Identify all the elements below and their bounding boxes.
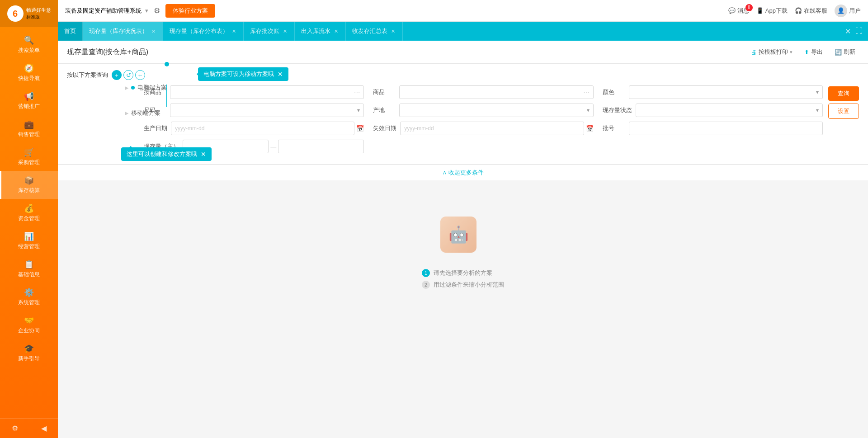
refresh-scheme-button[interactable]: ↺ (123, 70, 133, 80)
filter-icons: + ↺ ← (112, 70, 145, 80)
tab-batch[interactable]: 库存批次账 ✕ (244, 22, 295, 41)
collapse-sidebar-icon[interactable]: ◀ (41, 424, 47, 433)
stock-main-separator: — (270, 143, 276, 150)
user-item[interactable]: 👤 用户 (835, 5, 861, 17)
scheme-tooltip: 电脑方案可设为移动方案哦 ✕ (198, 67, 288, 81)
tab-close-icon[interactable]: ✕ (333, 28, 339, 35)
sidebar-item-label: 基础信息 (18, 271, 40, 278)
sidebar-item-basic[interactable]: 📋 基础信息 (0, 255, 58, 283)
tab-close-icon[interactable]: ✕ (390, 28, 396, 35)
produce-date-calendar-icon[interactable]: 📅 (356, 125, 364, 132)
scheme-tooltip-close[interactable]: ✕ (278, 71, 283, 78)
online-service-item[interactable]: 🎧 在线客服 (795, 7, 827, 15)
export-button[interactable]: ⬆ 导出 (801, 46, 826, 58)
print-button[interactable]: 🖨 按模板打印 ▾ (747, 46, 796, 58)
dots-icon: ··· (583, 88, 589, 96)
size-select[interactable]: ▾ (170, 104, 364, 117)
print-arrow-icon: ▾ (790, 49, 793, 55)
logo-sub: 标准版 (26, 14, 51, 20)
sidebar-item-sales[interactable]: 💼 销售管理 (0, 115, 58, 143)
back-scheme-button[interactable]: ← (135, 70, 145, 80)
filter-cell-stock-status: 现存量状态 ▾ (603, 104, 823, 117)
marketing-icon: 📢 (24, 91, 34, 101)
filter-cell-color: 颜色 ▾ (603, 85, 823, 99)
sidebar-item-label: 系统管理 (18, 299, 40, 306)
color-select[interactable]: ▾ (629, 85, 823, 99)
sidebar-item-label: 企业协同 (18, 327, 40, 334)
tab-flow[interactable]: 出入库流水 ✕ (295, 22, 346, 41)
sidebar-bottom: ⚙ ◀ (0, 418, 58, 438)
color-label: 颜色 (603, 88, 625, 96)
filter-row-1: 按商品 ··· 商品 ··· (144, 85, 823, 99)
sidebar-item-inventory[interactable]: 📦 库存核算 (0, 171, 58, 199)
scheme-item-desktop[interactable]: ▶ 电脑端方案 (121, 82, 170, 94)
tab-label: 现存量（库存状况表） (89, 27, 148, 35)
topbar-gear-icon[interactable]: ⚙ (154, 6, 160, 15)
sidebar-item-finance[interactable]: 💰 资金管理 (0, 199, 58, 227)
industry-plan-button[interactable]: 体验行业方案 (165, 4, 215, 18)
batch-input[interactable] (629, 122, 823, 135)
sidebar-item-label: 库存核算 (18, 187, 40, 194)
sidebar-item-guide[interactable]: 🎓 新手引导 (0, 339, 58, 367)
tab-home[interactable]: 首页 (58, 22, 83, 41)
stock-main-max-input[interactable] (278, 140, 364, 153)
reset-button[interactable]: 设置 (828, 104, 859, 119)
sidebar-item-marketing[interactable]: 📢 营销推广 (0, 87, 58, 115)
tab-close-icon[interactable]: ✕ (151, 28, 156, 35)
sidebar-item-nav[interactable]: 🧭 快捷导航 (0, 59, 58, 87)
tab-label: 现存量（库存分布表） (170, 27, 228, 35)
add-scheme-button[interactable]: + (112, 70, 122, 80)
sidebar-item-enterprise[interactable]: 🤝 企业协同 (0, 311, 58, 339)
sidebar-item-search[interactable]: 🔍 搜索菜单 (0, 31, 58, 59)
message-item[interactable]: 💬 消息 8 (728, 7, 749, 15)
dot-indicator (165, 62, 169, 66)
app-download-item[interactable]: 📱 App下载 (756, 7, 788, 15)
filter-cell-size: 尺码 ▾ (144, 104, 364, 117)
collapse-bar[interactable]: ∧ 收起更多条件 (58, 165, 868, 180)
sidebar-item-purchase[interactable]: 🛒 采购管理 (0, 143, 58, 171)
sidebar-item-system[interactable]: ⚙️ 系统管理 (0, 283, 58, 311)
sidebar-item-label: 资金管理 (18, 215, 40, 222)
scheme-tooltip-text: 电脑方案可设为移动方案哦 (203, 70, 274, 78)
refresh-button[interactable]: 🔄 刷新 (831, 46, 859, 58)
filter-cell-goods: 商品 ··· (373, 85, 593, 99)
sidebar-item-label: 营销推广 (18, 103, 40, 110)
origin-select[interactable]: ▾ (399, 104, 593, 117)
content-area: 现存量查询(按仓库+商品) 🖨 按模板打印 ▾ ⬆ 导出 🔄 刷新 (58, 41, 868, 438)
export-icon: ⬆ (804, 49, 809, 56)
settings-bottom-icon[interactable]: ⚙ (12, 424, 18, 433)
refresh-label: 刷新 (844, 48, 855, 56)
stock-status-arrow-icon: ▾ (816, 107, 819, 113)
topbar-right: 💬 消息 8 📱 App下载 🎧 在线客服 👤 用户 (728, 5, 861, 17)
phone-icon: 📱 (756, 7, 764, 14)
sidebar-nav: 🔍 搜索菜单 🧭 快捷导航 📢 营销推广 💼 销售管理 🛒 采购管理 📦 库存核… (0, 27, 58, 418)
expire-date-input[interactable]: yyyy-mm-dd (400, 122, 584, 135)
expire-date-calendar-icon[interactable]: 📅 (586, 125, 594, 132)
tab-minimize-icon[interactable]: ✕ (845, 27, 851, 36)
produce-date-placeholder: yyyy-mm-dd (175, 125, 204, 132)
produce-date-input[interactable]: yyyy-mm-dd (171, 122, 354, 135)
basic-icon: 📋 (24, 259, 34, 269)
message-badge: 8 (745, 4, 753, 11)
filter-cell-batch: 批号 (603, 122, 823, 135)
tab-inventory-status[interactable]: 现存量（库存状况表） ✕ (83, 22, 163, 41)
tab-close-icon[interactable]: ✕ (282, 28, 288, 35)
tab-close-icon[interactable]: ✕ (231, 28, 237, 35)
scheme-item-mobile[interactable]: ▶ 移动端方案 (121, 107, 170, 119)
tab-inventory-dist[interactable]: 现存量（库存分布表） ✕ (163, 22, 244, 41)
tab-maximize-icon[interactable]: ⛶ (855, 27, 863, 35)
search-button[interactable]: 查询 (828, 86, 859, 101)
warehouse-select[interactable]: ··· (170, 85, 364, 99)
goods-select[interactable]: ··· (399, 85, 593, 99)
stock-status-select[interactable]: ▾ (636, 104, 823, 117)
sidebar-item-management[interactable]: 📊 经营管理 (0, 227, 58, 255)
scheme-edit-tooltip-close[interactable]: ✕ (201, 151, 206, 158)
guide-icon: 🎓 (24, 344, 34, 353)
avatar-text: 👤 (837, 7, 844, 14)
online-service-label: 在线客服 (804, 7, 827, 15)
logo-area: 6 畅通好生意 标准版 (0, 0, 58, 27)
page-actions: 🖨 按模板打印 ▾ ⬆ 导出 🔄 刷新 (747, 46, 859, 58)
service-icon: 🎧 (795, 7, 802, 14)
tab-summary[interactable]: 收发存汇总表 ✕ (346, 22, 403, 41)
page-header: 现存量查询(按仓库+商品) 🖨 按模板打印 ▾ ⬆ 导出 🔄 刷新 (58, 41, 868, 64)
